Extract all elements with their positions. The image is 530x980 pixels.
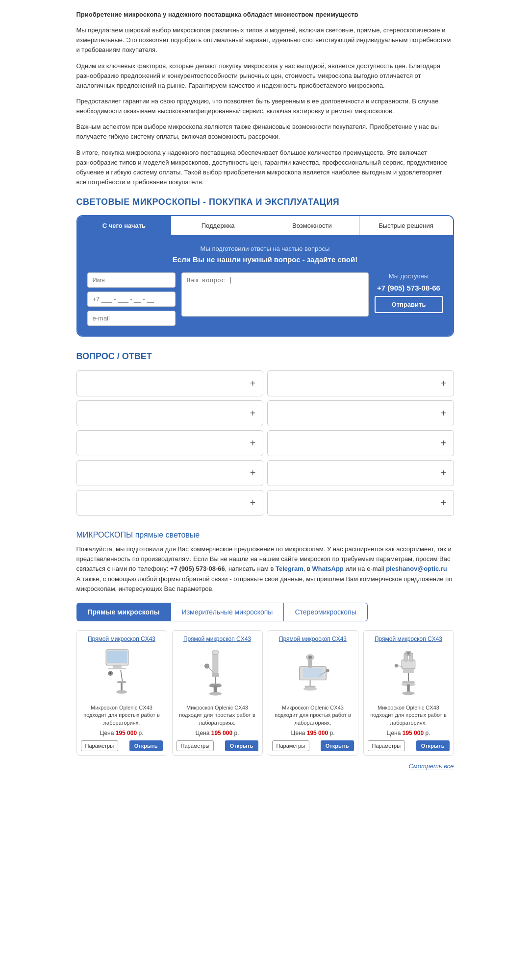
svg-rect-21 — [303, 668, 323, 678]
phone-input[interactable] — [87, 292, 176, 307]
product-actions-3: Параметры Открыть — [272, 740, 354, 751]
product-currency-1: р. — [138, 730, 143, 736]
btn-open-3[interactable]: Открыть — [321, 740, 354, 751]
light-section-heading: СВЕТОВЫЕ МИКРОСКОПЫ - ПОКУПКА И ЭКСПЛУАТ… — [76, 197, 454, 207]
product-price-3: 195 000 — [307, 730, 328, 736]
microscopes-heading: МИКРОСКОПЫ прямые световые — [76, 531, 454, 539]
faq-item-8[interactable]: + — [267, 460, 454, 486]
product-price-row-1: Цена 195 000 р. — [100, 730, 144, 736]
form-mid-col — [181, 272, 369, 318]
faq-grid: + + + + + + + + — [76, 370, 454, 516]
faq-heading: ВОПРОС / ОТВЕТ — [76, 351, 454, 362]
btn-params-2[interactable]: Параметры — [177, 740, 214, 751]
product-card-3: Прямой микроскоп CX43 Микроскоп Oplenic … — [268, 630, 358, 756]
tab-quick-solutions[interactable]: Быстрые решения — [359, 216, 453, 235]
tab-start[interactable]: С чего начать — [77, 216, 172, 235]
microscope-svg-4 — [389, 649, 428, 698]
svg-point-9 — [109, 672, 112, 675]
microscopes-heading-bold: МИКРОСКОПЫ — [76, 531, 133, 539]
faq-plus-icon-1: + — [250, 378, 256, 389]
product-title-2[interactable]: Прямой микроскоп CX43 — [183, 636, 251, 642]
tab-support[interactable]: Поддержка — [171, 216, 265, 235]
btn-open-1[interactable]: Открыть — [129, 740, 163, 751]
intro-para-4: Важным аспектом при выборе микроскопа яв… — [76, 122, 454, 142]
whatsapp-link[interactable]: WhatsApp — [312, 565, 344, 572]
faq-item-6[interactable]: + — [267, 430, 454, 456]
avail-phone: +7 (905) 573-08-66 — [377, 284, 440, 292]
faq-item-1[interactable]: + — [76, 370, 263, 396]
faq-plus-icon-10: + — [441, 497, 447, 509]
view-all-link[interactable]: Смотреть все — [408, 762, 454, 770]
product-price-2: 195 000 — [211, 730, 232, 736]
svg-rect-30 — [402, 660, 415, 669]
svg-point-7 — [116, 690, 127, 693]
intro-para-3: Предоставляет гарантии на свою продукцию… — [76, 97, 454, 116]
btn-params-1[interactable]: Параметры — [81, 740, 119, 751]
svg-rect-12 — [212, 673, 219, 677]
svg-rect-5 — [117, 681, 126, 683]
faq-plus-icon-4: + — [441, 408, 447, 419]
faq-item-7[interactable]: + — [76, 460, 263, 486]
product-desc-1: Микроскоп Oplenic CX43 подходит для прос… — [81, 704, 163, 727]
tab-capabilities[interactable]: Возможности — [265, 216, 359, 235]
product-image-2 — [177, 646, 258, 700]
microscope-svg-2 — [198, 649, 237, 698]
faq-item-10[interactable]: + — [267, 490, 454, 516]
product-actions-2: Параметры Открыть — [177, 740, 258, 751]
product-desc-3: Микроскоп Oplenic CX43 подходит для прос… — [272, 704, 354, 727]
microscopes-heading-normal: прямые световые — [133, 531, 200, 539]
product-desc-2: Микроскоп Oplenic CX43 подходит для прос… — [177, 704, 258, 727]
name-input[interactable] — [87, 272, 176, 288]
form-subtitle: Мы подготовили ответы на частые вопросы — [87, 245, 443, 252]
telegram-link[interactable]: Telegram — [276, 565, 303, 572]
question-textarea[interactable] — [181, 272, 369, 317]
faq-plus-icon-2: + — [441, 378, 447, 389]
email-link[interactable]: pleshanov@optic.ru — [386, 565, 447, 572]
email-input[interactable] — [87, 311, 176, 326]
product-price-row-3: Цена 195 000 р. — [291, 730, 335, 736]
micro-phone: +7 (905) 573-08-66 — [170, 565, 225, 572]
svg-point-19 — [205, 664, 209, 668]
form-right-col: Мы доступны +7 (905) 573-08-66 Отправить — [375, 272, 443, 313]
product-title-3[interactable]: Прямой микроскоп CX43 — [279, 636, 347, 642]
btn-open-4[interactable]: Открыть — [416, 740, 450, 751]
view-all-row: Смотреть все — [76, 762, 454, 770]
svg-rect-35 — [403, 669, 414, 673]
product-desc-4: Микроскоп Oplenic CX43 подходит для прос… — [368, 704, 450, 727]
product-title-1[interactable]: Прямой микроскоп CX43 — [88, 636, 155, 642]
faq-item-4[interactable]: + — [267, 400, 454, 426]
btn-open-2[interactable]: Открыть — [225, 740, 258, 751]
microscope-svg-1 — [102, 649, 141, 698]
tab-direct-microscopes[interactable]: Прямые микроскопы — [76, 603, 171, 621]
faq-item-9[interactable]: + — [76, 490, 263, 516]
btn-params-3[interactable]: Параметры — [272, 740, 310, 751]
svg-rect-3 — [108, 668, 126, 669]
faq-plus-icon-8: + — [441, 467, 447, 479]
tab-panel: С чего начать Поддержка Возможности Быст… — [76, 215, 454, 337]
form-left-col — [87, 272, 176, 326]
faq-plus-icon-5: + — [250, 438, 256, 449]
microscope-svg-3 — [293, 649, 332, 698]
product-title-4[interactable]: Прямой микроскоп CX43 — [375, 636, 442, 642]
intro-para-1: Мы предлагаем широкий выбор микроскопов … — [76, 25, 454, 55]
product-price-row-4: Цена 195 000 р. — [387, 730, 430, 736]
tab-stereo-microscopes[interactable]: Стереомикроскопы — [283, 603, 367, 621]
product-image-4 — [368, 646, 450, 700]
faq-item-2[interactable]: + — [267, 370, 454, 396]
btn-params-4[interactable]: Параметры — [368, 740, 405, 751]
faq-item-5[interactable]: + — [76, 430, 263, 456]
product-price-4: 195 000 — [403, 730, 424, 736]
send-button[interactable]: Отправить — [375, 296, 443, 313]
intro-para-5: В итоге, покупка микроскопа у надежного … — [76, 148, 454, 188]
intro-para-2: Одним из ключевых факторов, которые дела… — [76, 61, 454, 91]
faq-item-3[interactable]: + — [76, 400, 263, 426]
faq-plus-icon-9: + — [250, 497, 256, 509]
faq-plus-icon-7: + — [250, 467, 256, 479]
svg-line-4 — [121, 670, 123, 682]
tab-content-panel: Мы подготовили ответы на частые вопросы … — [77, 236, 453, 336]
svg-rect-1 — [107, 651, 127, 663]
product-image-3 — [272, 646, 354, 700]
contact-form: Мы доступны +7 (905) 573-08-66 Отправить — [87, 272, 443, 326]
avail-label: Мы доступны — [389, 272, 429, 280]
tab-measuring-microscopes[interactable]: Измерительные микроскопы — [171, 603, 284, 621]
